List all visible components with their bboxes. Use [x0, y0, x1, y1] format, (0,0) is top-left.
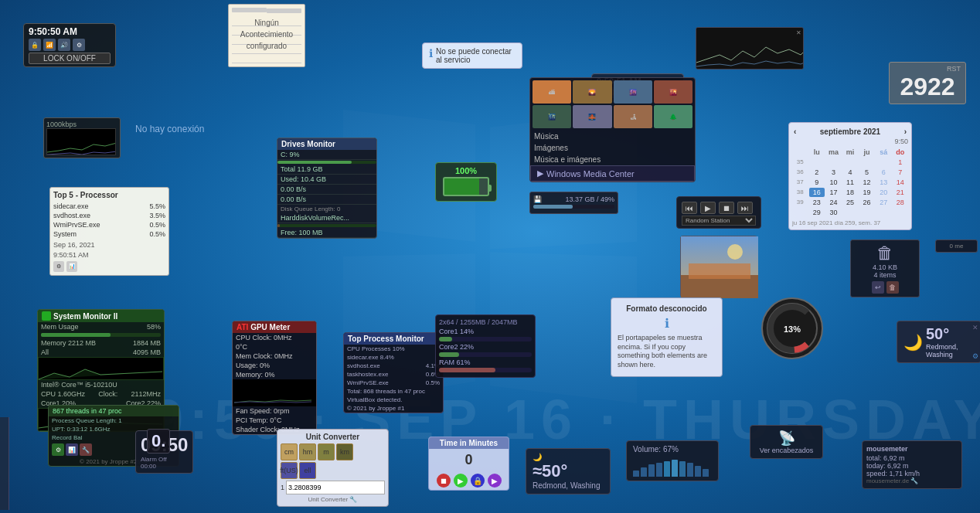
tp-row-4: Total: 868 threads in 47 proc — [344, 387, 443, 396]
tp-proc-3: WmiPrvSE.exe — [347, 379, 389, 386]
hdd-widget: 💾 13.37 GB / 49% — [529, 192, 618, 214]
battery-icon — [443, 177, 489, 196]
cal-prev[interactable]: ‹ — [794, 127, 796, 136]
media-cell[interactable]: 🏙 — [533, 80, 571, 104]
cal-d18[interactable]: 18 — [842, 188, 859, 197]
time-stop-button[interactable]: ⏹ — [437, 474, 451, 488]
cal-d12[interactable]: 12 — [859, 178, 875, 187]
time-lock2-button[interactable]: 🔒 — [471, 474, 485, 488]
cal-d2[interactable]: 2 — [809, 168, 825, 177]
tp-pct-3: 0.5% — [426, 379, 440, 386]
cal-d29[interactable]: 29 — [809, 208, 825, 217]
weather-tr-city: Redmond, Washing — [926, 343, 975, 358]
windows-media-center-button[interactable]: ▶ Windows Media Center — [530, 165, 695, 182]
media-center-widget: 🏙 🌄 🌆 🌇 🌃 🌉 🏞 🌲 Música Imágenes Música e… — [529, 77, 696, 182]
cal-d10[interactable]: 10 — [825, 178, 842, 187]
cal-d3[interactable]: 3 — [825, 168, 842, 177]
media-cell[interactable]: 🌆 — [614, 80, 652, 104]
net-close-icon[interactable]: ✕ — [796, 29, 801, 36]
network-graph — [46, 128, 116, 155]
cal-d6[interactable]: 6 — [876, 168, 892, 177]
lock-on-off-button[interactable]: LOCK ON/OFF — [29, 53, 111, 64]
cal-d24[interactable]: 24 — [825, 198, 842, 207]
cal-d16-today[interactable]: 16 — [809, 188, 825, 197]
recycle-icon1[interactable]: ↩ — [872, 281, 884, 294]
cal-d1-sat[interactable] — [876, 158, 892, 167]
ram-label: RAM 61% — [439, 358, 471, 366]
media-cell[interactable]: 🌇 — [654, 80, 692, 104]
top5-date: Sep 16, 2021 — [53, 241, 165, 249]
cal-d9[interactable]: 9 — [809, 178, 825, 187]
mousemeter-total: total: 6,92 m — [866, 454, 958, 462]
drive-c-row: C: 9% — [277, 150, 376, 160]
time-extra-button[interactable]: ▶ — [488, 474, 502, 488]
cal-d4[interactable]: 4 — [842, 168, 859, 177]
cal-d25[interactable]: 25 — [842, 198, 859, 207]
drive-speed1: 0.00 B/s — [277, 185, 376, 195]
unit-btn-ft[interactable]: ft(US) — [281, 462, 298, 479]
alarm-extra: 00:00 — [141, 463, 188, 470]
weather-tr-close-icon[interactable]: ✕ — [972, 324, 978, 331]
media-cell[interactable]: 🏞 — [614, 105, 652, 128]
cal-d17[interactable]: 17 — [825, 188, 842, 197]
core1-label: Core1 14% — [439, 328, 474, 335]
sm-mem-pct: 58% — [147, 323, 161, 331]
drive-h-label: HarddiskVolumeRec... — [277, 213, 376, 223]
cal-d14[interactable]: 14 — [892, 178, 908, 187]
time-in-minutes-widget: Time in Minutes 0 ⏹ ▶ 🔒 ▶ — [428, 437, 509, 491]
cal-header: ‹ septiembre 2021 › — [792, 126, 908, 138]
top5-proc-2-pct: 3.5% — [149, 212, 165, 219]
no-connection-label: No hay conexión — [135, 124, 204, 134]
mousemeter-today: today: 6,92 m — [866, 462, 958, 470]
media-cell[interactable]: 🌃 — [533, 105, 571, 128]
cal-d1[interactable]: 1 — [892, 158, 908, 167]
unit-btn-cm[interactable]: cm — [281, 443, 298, 460]
unit-value-input[interactable] — [286, 481, 385, 494]
cpu-upt-label: UPT: 0:33:12 1.6GHz — [52, 426, 111, 433]
unit-input-row: 1 — [281, 481, 385, 494]
radio-prev-button[interactable]: ⏮ — [682, 202, 697, 214]
media-label-musica: Música — [530, 131, 695, 142]
top5-row-3: WmiPrvSE.exe 0.5% — [53, 220, 165, 229]
media-cell[interactable]: 🌄 — [573, 80, 611, 104]
unit-row-2: ft(US) ell — [281, 462, 385, 479]
time-play-button[interactable]: ▶ — [454, 474, 468, 488]
weather-tr-settings-icon[interactable]: ⚙ — [972, 352, 978, 360]
sm-mem-bar-container — [38, 331, 164, 338]
recycle-icon2[interactable]: 🗑 — [886, 281, 899, 294]
cal-d20[interactable]: 20 — [876, 188, 892, 197]
core1-bar — [439, 337, 532, 341]
tp-header-text: CPU Processes 10% — [347, 345, 405, 352]
core2-fill — [439, 352, 459, 357]
core2-row: Core2 22% — [439, 343, 532, 357]
svg-rect-3 — [689, 263, 750, 279]
sound-icon: 🔊 — [58, 39, 70, 51]
clock-icons: 🔒 📶 🔊 ⚙ — [29, 39, 111, 51]
cal-d30[interactable]: 30 — [825, 208, 842, 217]
radio-play-button[interactable]: ▶ — [700, 202, 716, 214]
unit-btn-ell[interactable]: ell — [299, 462, 316, 479]
unit-btn-hm[interactable]: hm — [299, 443, 316, 460]
radio-stop-button[interactable]: ⏹ — [719, 202, 734, 214]
weather-moon-icon: 🌙 — [533, 453, 604, 461]
cal-d23[interactable]: 23 — [809, 198, 825, 207]
media-cell[interactable]: 🌲 — [654, 105, 692, 128]
unit-btn-km[interactable]: km — [336, 443, 353, 460]
format-info-icon: ℹ — [618, 316, 716, 331]
alarm-status: Alarm Off — [141, 456, 188, 463]
unit-btn-m[interactable]: m — [318, 443, 335, 460]
radio-next-button[interactable]: ⏭ — [737, 202, 753, 214]
cal-d13[interactable]: 13 — [876, 178, 892, 187]
cal-d28[interactable]: 28 — [892, 198, 908, 207]
cal-d5[interactable]: 5 — [859, 168, 875, 177]
media-cell[interactable]: 🌉 — [573, 105, 611, 128]
cal-d19[interactable]: 19 — [859, 188, 875, 197]
radio-station-select[interactable]: Random Station — [682, 216, 756, 226]
cal-next[interactable]: › — [904, 127, 907, 136]
cal-d27[interactable]: 27 — [876, 198, 892, 207]
cal-d26[interactable]: 26 — [859, 198, 875, 207]
cal-d11[interactable]: 11 — [842, 178, 859, 187]
cpu-usage-value: 0. — [151, 431, 165, 450]
cal-d21[interactable]: 21 — [892, 188, 908, 197]
cal-d7[interactable]: 7 — [892, 168, 908, 177]
